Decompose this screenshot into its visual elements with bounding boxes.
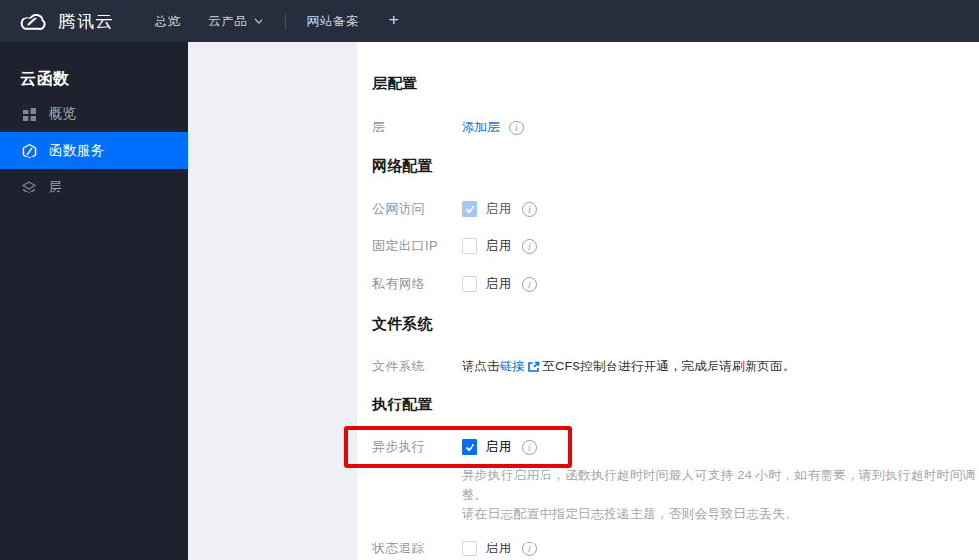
sidebar: 云函数 概览 函数服务 [0, 42, 188, 560]
vpc-checkbox[interactable] [462, 276, 477, 292]
help-line-2: 请在日志配置中指定日志投递主题，否则会导致日志丢失。 [462, 505, 979, 524]
nav-add-button[interactable]: + [373, 11, 415, 31]
info-icon[interactable]: i [522, 202, 537, 217]
sidebar-item-layers[interactable]: 层 [0, 169, 188, 206]
field-label: 状态追踪 [372, 539, 462, 558]
nav-overview-label: 总览 [155, 13, 181, 30]
function-config-form: 层配置 层 添加层 i 网络配置 公网访问 启用 i 固定出口IP 启用 i 私… [357, 42, 979, 560]
form-row-layer: 层 添加层 i [372, 118, 979, 137]
sidebar-item-function-service[interactable]: 函数服务 [0, 132, 188, 169]
brand-name: 腾讯云 [58, 10, 114, 33]
file-system-hint-before: 请点击 [462, 357, 500, 376]
sidebar-menu: 概览 函数服务 层 [0, 95, 188, 206]
field-label: 固定出口IP [372, 236, 462, 256]
add-layer-link[interactable]: 添加层 [462, 118, 500, 137]
topbar: 腾讯云 总览 云产品 网站备案 + [0, 0, 979, 42]
enable-label: 启用 [485, 274, 512, 294]
layers-icon [20, 179, 38, 196]
status-trace-checkbox[interactable] [462, 541, 477, 556]
chevron-down-icon [254, 18, 263, 24]
form-row-file-system: 文件系统 请点击链接至CFS控制台进行开通，完成后请刷新页面。 [372, 357, 979, 376]
info-icon[interactable]: i [522, 277, 537, 292]
nav-overview[interactable]: 总览 [141, 0, 194, 42]
field-label: 私有网络 [372, 274, 462, 294]
nav-cloud-products[interactable]: 云产品 [194, 0, 277, 42]
nav-icp-filing[interactable]: 网站备案 [294, 0, 373, 42]
section-title-execution-config: 执行配置 [372, 397, 979, 412]
public-access-checkbox[interactable] [462, 201, 477, 217]
enable-label: 启用 [485, 438, 512, 457]
form-row-public-access: 公网访问 启用 i [372, 199, 979, 219]
field-label: 文件系统 [372, 357, 462, 376]
enable-label: 启用 [485, 236, 512, 256]
sidebar-item-overview[interactable]: 概览 [0, 95, 188, 132]
sidebar-item-label: 层 [49, 179, 63, 196]
form-row-vpc: 私有网络 启用 i [372, 274, 979, 294]
fixed-ip-checkbox[interactable] [462, 238, 477, 254]
function-list-panel [188, 42, 357, 560]
tencent-cloud-logo[interactable]: 腾讯云 [17, 10, 114, 33]
top-navigation: 总览 云产品 网站备案 + [141, 0, 414, 42]
async-execution-checkbox[interactable] [462, 439, 477, 455]
external-link-icon[interactable] [527, 361, 540, 373]
field-label: 公网访问 [372, 199, 462, 219]
file-system-hint-after: 至CFS控制台进行开通，完成后请刷新页面。 [542, 357, 795, 376]
form-row-fixed-ip: 固定出口IP 启用 i [372, 236, 979, 256]
cloud-logo-icon [17, 10, 49, 33]
enable-label: 启用 [485, 199, 512, 219]
info-icon[interactable]: i [522, 440, 537, 455]
grid-icon [20, 105, 38, 122]
info-icon[interactable]: i [522, 542, 537, 556]
async-execution-help-text: 异步执行启用后，函数执行超时时间最大可支持 24 小时，如有需要，请到执行超时时… [462, 466, 979, 524]
sidebar-item-label: 函数服务 [49, 142, 105, 159]
form-row-async-execution: 异步执行 启用 i [372, 438, 979, 457]
section-title-layer-config: 层配置 [372, 76, 979, 91]
info-icon[interactable]: i [522, 239, 537, 254]
field-label: 层 [372, 118, 462, 137]
help-line-1: 异步执行启用后，函数执行超时时间最大可支持 24 小时，如有需要，请到执行超时时… [462, 466, 979, 505]
nav-icp-label: 网站备案 [307, 13, 360, 30]
field-label: 异步执行 [372, 438, 462, 457]
nav-cloud-products-label: 云产品 [208, 13, 248, 30]
scf-icon [20, 142, 38, 159]
cfs-link[interactable]: 链接 [500, 357, 525, 376]
sidebar-title: 云函数 [0, 42, 188, 95]
section-title-file-system: 文件系统 [372, 316, 979, 332]
section-title-network-config: 网络配置 [372, 158, 979, 174]
info-icon[interactable]: i [509, 121, 524, 135]
nav-divider [285, 14, 286, 29]
enable-label: 启用 [485, 539, 512, 558]
form-row-status-trace: 状态追踪 启用 i [372, 539, 979, 558]
sidebar-item-label: 概览 [49, 105, 77, 122]
